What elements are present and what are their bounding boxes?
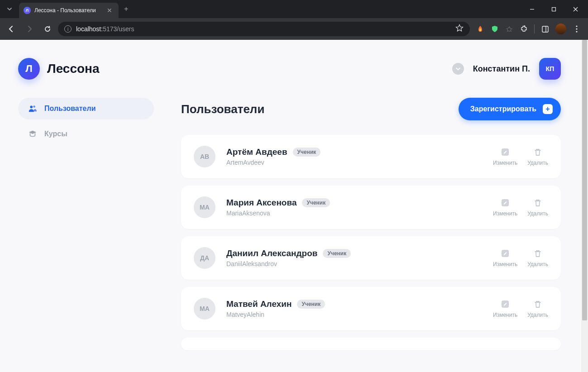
url-input[interactable]: i localhost:5173/users — [58, 22, 470, 36]
register-user-button[interactable]: Зарегистрировать + — [459, 98, 561, 120]
minimize-button[interactable] — [522, 2, 542, 16]
delete-label: Удалить — [527, 160, 548, 166]
header-right: Константин П. КП — [452, 58, 561, 80]
tab-favicon: Л — [24, 7, 31, 14]
delete-label: Удалить — [527, 261, 548, 267]
forward-button[interactable] — [22, 21, 37, 37]
scrollbar-thumb[interactable] — [582, 40, 587, 320]
main-header: Пользователи Зарегистрировать + — [181, 98, 561, 120]
user-full-name: Мария Аксенова — [226, 198, 296, 208]
current-user-avatar[interactable]: КП — [539, 58, 561, 80]
user-menu-toggle[interactable] — [452, 63, 464, 75]
extensions-button[interactable] — [520, 25, 528, 33]
svg-point-8 — [30, 105, 33, 108]
user-role-badge: Ученик — [302, 198, 330, 207]
user-card: МА Мария Аксенова Ученик MariaAksenova И… — [181, 186, 561, 229]
user-info: Матвей Алехин Ученик MatveyAlehin — [226, 299, 493, 318]
user-full-name: Артём Авдеев — [226, 147, 287, 157]
app-root: Л Лессона Константин П. КП — [0, 40, 588, 372]
extension-icon-flame[interactable] — [476, 25, 484, 33]
sidebar-item-users[interactable]: Пользователи — [18, 98, 154, 119]
side-panel-button[interactable] — [541, 25, 549, 33]
tab-title: Лессона - Пользователи — [34, 7, 101, 14]
delete-user-button[interactable]: Удалить — [527, 299, 548, 318]
browser-menu-button[interactable] — [573, 25, 581, 33]
bookmark-star-icon[interactable] — [455, 24, 464, 34]
reload-button[interactable] — [40, 21, 55, 37]
toolbar-divider — [534, 24, 535, 33]
user-full-name: Даниил Александров — [226, 248, 317, 258]
user-info: Даниил Александров Ученик DaniilAleksand… — [226, 248, 493, 267]
courses-icon — [28, 129, 37, 138]
user-actions: Изменить Удалить — [493, 198, 548, 217]
users-icon — [28, 104, 37, 113]
svg-point-9 — [33, 105, 35, 108]
browser-tab[interactable]: Л Лессона - Пользователи ✕ — [19, 3, 119, 18]
user-avatar: МА — [194, 298, 215, 320]
trash-icon — [533, 198, 543, 208]
user-login: MariaAksenova — [226, 210, 493, 217]
browser-window: Л Лессона - Пользователи ✕ + — [0, 0, 588, 372]
user-actions: Изменить Удалить — [493, 248, 548, 267]
edit-user-button[interactable]: Изменить — [493, 198, 517, 217]
extension-icon-shield[interactable] — [491, 25, 499, 33]
sidebar-item-label: Пользователи — [44, 105, 96, 113]
edit-user-button[interactable]: Изменить — [493, 147, 517, 166]
current-user-name: Константин П. — [473, 64, 530, 74]
user-login: ArtemAvdeev — [226, 159, 493, 166]
trash-icon — [533, 299, 543, 309]
edit-icon — [500, 299, 510, 309]
extension-icons — [473, 24, 584, 34]
users-list: АВ Артём Авдеев Ученик ArtemAvdeev Измен… — [181, 135, 561, 350]
tab-search-button[interactable] — [3, 2, 16, 16]
register-button-label: Зарегистрировать — [470, 105, 536, 113]
app-logo[interactable]: Л — [18, 58, 40, 80]
sidebar-item-courses[interactable]: Курсы — [18, 123, 154, 145]
edit-icon — [500, 248, 510, 258]
delete-user-button[interactable]: Удалить — [527, 147, 548, 166]
viewport: Л Лессона Константин П. КП — [0, 40, 588, 372]
app-body: Пользователи Курсы Пользователи Заре — [18, 98, 561, 358]
edit-label: Изменить — [493, 261, 517, 267]
app-brand: Лессона — [47, 62, 100, 76]
edit-user-button[interactable]: Изменить — [493, 299, 517, 318]
tab-close-icon[interactable]: ✕ — [105, 7, 114, 14]
edit-label: Изменить — [493, 210, 517, 217]
delete-user-button[interactable]: Удалить — [527, 248, 548, 267]
main-content: Пользователи Зарегистрировать + АВ Артём… — [181, 98, 561, 358]
trash-icon — [533, 147, 543, 157]
close-window-button[interactable] — [565, 2, 585, 16]
edit-user-button[interactable]: Изменить — [493, 248, 517, 267]
user-full-name: Матвей Алехин — [226, 299, 292, 309]
svg-point-7 — [576, 31, 577, 32]
sidebar: Пользователи Курсы — [18, 98, 154, 358]
site-info-icon[interactable]: i — [64, 25, 72, 33]
svg-point-5 — [576, 25, 577, 27]
svg-rect-1 — [552, 7, 555, 11]
svg-point-2 — [507, 28, 511, 31]
user-card: МА Матвей Алехин Ученик MatveyAlehin Изм… — [181, 287, 561, 330]
delete-label: Удалить — [527, 312, 548, 318]
scrollbar-track[interactable] — [581, 40, 588, 372]
profile-avatar[interactable] — [555, 24, 566, 34]
maximize-button[interactable] — [544, 2, 564, 16]
address-bar: i localhost:5173/users — [0, 18, 588, 40]
svg-point-6 — [576, 28, 577, 29]
delete-user-button[interactable]: Удалить — [527, 198, 548, 217]
user-card: АВ Артём Авдеев Ученик ArtemAvdeev Измен… — [181, 135, 561, 178]
user-login: MatveyAlehin — [226, 311, 493, 318]
url-text: localhost:5173/users — [76, 25, 451, 33]
edit-icon — [500, 198, 510, 208]
extension-icon-bug[interactable] — [505, 25, 513, 33]
user-role-badge: Ученик — [293, 148, 321, 157]
new-tab-button[interactable]: + — [119, 5, 134, 13]
back-button[interactable] — [4, 21, 19, 37]
titlebar: Л Лессона - Пользователи ✕ + — [0, 0, 588, 18]
user-role-badge: Ученик — [323, 249, 351, 258]
user-avatar: АВ — [194, 146, 215, 167]
app-header: Л Лессона Константин П. КП — [18, 58, 561, 80]
user-login: DaniilAleksandrov — [226, 260, 493, 267]
user-actions: Изменить Удалить — [493, 147, 548, 166]
user-card: ДА Даниил Александров Ученик DaniilAleks… — [181, 236, 561, 280]
user-role-badge: Ученик — [297, 300, 325, 309]
